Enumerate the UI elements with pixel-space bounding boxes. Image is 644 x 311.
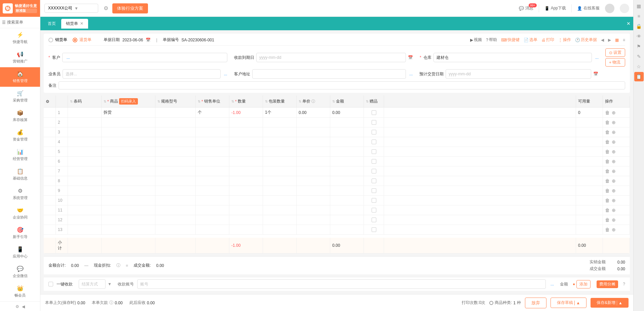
td-amount[interactable] xyxy=(330,147,364,156)
radio-return[interactable]: 退货单 xyxy=(73,37,91,43)
td-spec[interactable] xyxy=(155,186,196,195)
logistics-btn[interactable]: + 物流 xyxy=(605,58,625,67)
td-amount[interactable] xyxy=(330,166,364,176)
td-spec[interactable] xyxy=(155,147,196,156)
td-note[interactable] xyxy=(384,108,576,117)
customer-addr-dots[interactable]: ... xyxy=(409,72,413,76)
th-gift-sort[interactable]: ⇅ xyxy=(366,100,369,103)
td-spec[interactable] xyxy=(155,196,196,205)
salesperson-input[interactable]: 选择... xyxy=(63,69,221,79)
payment-help-icon[interactable]: ? xyxy=(623,282,625,286)
td-qty[interactable] xyxy=(229,157,263,166)
th-price-sort[interactable]: ⇅ xyxy=(299,100,301,103)
td-spec[interactable] xyxy=(155,118,196,127)
td-product[interactable] xyxy=(102,118,155,127)
td-note[interactable] xyxy=(384,118,576,127)
copy-row-btn[interactable]: ⊕ xyxy=(612,178,616,184)
td-note[interactable] xyxy=(384,205,576,215)
sidebar-item-app-center[interactable]: 📱 应用中心 xyxy=(0,243,40,262)
avatar[interactable] xyxy=(605,4,614,13)
gift-checkbox[interactable] xyxy=(372,149,376,154)
copy-row-btn[interactable]: ⊕ xyxy=(612,217,616,223)
td-barcode[interactable] xyxy=(68,225,102,234)
td-price[interactable] xyxy=(297,118,330,127)
td-spec[interactable] xyxy=(155,215,196,225)
due-date-input[interactable]: yyyy-mm-dd xyxy=(256,53,406,62)
td-amount[interactable] xyxy=(330,205,364,215)
td-product[interactable] xyxy=(102,205,155,215)
th-spec-sort[interactable]: ⇅ xyxy=(157,100,160,103)
td-amount[interactable] xyxy=(330,118,364,127)
delete-row-btn[interactable]: 🗑 xyxy=(605,159,610,164)
td-qty[interactable] xyxy=(229,215,263,225)
gift-checkbox[interactable] xyxy=(372,188,376,193)
td-pkgqty[interactable] xyxy=(263,166,297,176)
copy-row-btn[interactable]: ⊕ xyxy=(612,227,616,232)
td-qty[interactable] xyxy=(229,225,263,234)
gift-checkbox[interactable] xyxy=(372,198,376,203)
rt-lock-btn[interactable]: 🔒 xyxy=(634,22,644,31)
td-unit[interactable] xyxy=(196,157,229,166)
td-price[interactable] xyxy=(297,205,330,215)
rt-grid-view-btn[interactable]: ▦ xyxy=(634,1,644,11)
td-spec[interactable] xyxy=(155,225,196,234)
gift-checkbox[interactable] xyxy=(372,169,376,173)
td-unit[interactable] xyxy=(196,215,229,225)
td-note[interactable] xyxy=(384,127,576,137)
td-pkgqty[interactable] xyxy=(263,118,297,127)
gift-checkbox[interactable] xyxy=(372,218,376,222)
history-btn[interactable]: 🕐 历史单据 xyxy=(575,37,597,43)
td-gift[interactable] xyxy=(364,215,384,225)
delete-row-btn[interactable]: 🗑 xyxy=(605,168,610,174)
copy-row-btn[interactable]: ⊕ xyxy=(612,139,616,145)
delete-row-btn[interactable]: 🗑 xyxy=(605,120,610,125)
td-unit[interactable] xyxy=(196,127,229,137)
td-note[interactable] xyxy=(384,157,576,166)
gift-checkbox[interactable] xyxy=(372,110,376,115)
prev-record-icon[interactable]: ◀ xyxy=(601,38,604,42)
td-gift[interactable] xyxy=(364,108,384,117)
td-unit[interactable] xyxy=(196,205,229,215)
td-note[interactable] xyxy=(384,215,576,225)
copy-row-btn[interactable]: ⊕ xyxy=(612,168,616,174)
td-note[interactable] xyxy=(384,225,576,234)
td-price[interactable] xyxy=(297,196,330,205)
expected-date-input[interactable]: yyyy-mm-dd xyxy=(446,69,591,79)
gift-checkbox[interactable] xyxy=(372,159,376,164)
rt-list-view-btn[interactable]: ≡ xyxy=(634,11,644,21)
settings-gear-icon[interactable]: ⚙ xyxy=(104,5,108,11)
td-product[interactable] xyxy=(102,147,155,156)
td-pkgqty[interactable] xyxy=(263,186,297,195)
td-unit[interactable] xyxy=(196,225,229,234)
product-type[interactable]: 商品种类: 1 种 xyxy=(489,300,521,306)
td-qty[interactable] xyxy=(229,127,263,137)
select-order-btn[interactable]: 📄 选单 xyxy=(524,37,537,43)
operate-btn[interactable]: ⋮ 操作 xyxy=(558,37,571,43)
td-note[interactable] xyxy=(384,176,576,186)
td-price[interactable] xyxy=(297,127,330,137)
delete-row-btn[interactable]: 🗑 xyxy=(605,129,610,135)
td-product[interactable] xyxy=(102,215,155,225)
td-product[interactable] xyxy=(102,137,155,147)
sidebar-item-weixin[interactable]: 💬 企业微信 xyxy=(0,262,40,282)
date-calendar-icon[interactable]: 📅 xyxy=(146,38,151,42)
td-barcode[interactable] xyxy=(68,157,102,166)
payment-checkbox[interactable] xyxy=(48,282,53,286)
save-btn[interactable]: 保存&新增 ▲ xyxy=(591,298,629,308)
td-pkgqty[interactable] xyxy=(263,196,297,205)
copy-row-btn[interactable]: ⊕ xyxy=(612,198,616,203)
draft-dropdown-icon[interactable]: ▲ xyxy=(574,301,580,305)
td-price[interactable] xyxy=(297,166,330,176)
discard-btn[interactable]: 放弃 xyxy=(525,298,546,308)
td-spec[interactable] xyxy=(155,157,196,166)
td-qty[interactable] xyxy=(229,147,263,156)
expense-btn[interactable]: 费用分摊 xyxy=(597,280,618,288)
company-selector[interactable]: XXXXXX公司 ▼ xyxy=(44,4,98,13)
td-spec[interactable] xyxy=(155,137,196,147)
sidebar-item-member[interactable]: 👑 畅会员 xyxy=(0,282,40,301)
td-pkgqty[interactable] xyxy=(263,137,297,147)
td-amount[interactable] xyxy=(330,186,364,195)
sidebar-item-enterprise[interactable]: 🤝 企业协同 xyxy=(0,204,40,223)
td-gift[interactable] xyxy=(364,225,384,234)
rt-orange-action-btn[interactable]: 📋 xyxy=(634,72,644,81)
